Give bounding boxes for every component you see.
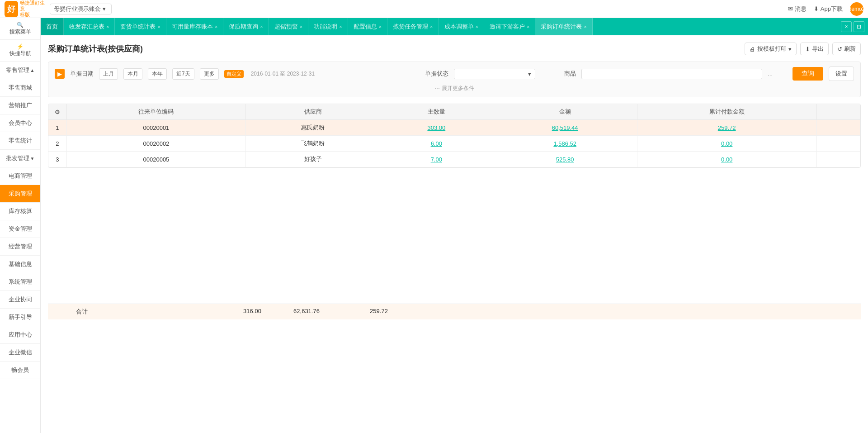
table-row: 2 00020002 飞鹤奶粉 6.00 1,586.52 0.00 [48,136,860,152]
sidebar-item-app-center[interactable]: 应用中心 [0,326,40,344]
date-last-month[interactable]: 上月 [99,68,118,80]
query-button[interactable]: 查询 [793,67,823,81]
sidebar-item-ecommerce[interactable]: 电商管理 [0,167,40,185]
filter-toggle[interactable]: ▶ [55,69,65,79]
date-label: 单据日期 [70,70,94,78]
goods-label: 商品 [564,70,576,78]
col-qty[interactable]: 主数量 [380,104,493,120]
sidebar-item-retail-stats[interactable]: 零售统计 [0,132,40,150]
sidebar-item-member[interactable]: 畅会员 [0,362,40,379]
sidebar: 🔍 搜索菜单 ⚡ 快捷导航 零售管理 ▲ 零售商城 营销推广 会员中心 零售统计 [0,18,41,433]
settings-button[interactable]: 设置 [829,67,854,81]
sidebar-item-finance[interactable]: 资金管理 [0,220,40,238]
tab-usable-inventory[interactable]: 可用量库存账本 × [166,18,223,35]
logo-text: 畅捷通好生意 标版 [20,0,45,18]
row-index: 3 [48,152,66,167]
status-label: 单据状态 [425,70,448,78]
row-qty[interactable]: 7.00 [380,152,493,167]
close-tab-feature[interactable]: × [339,24,342,29]
row-amount[interactable]: 60,519.44 [493,120,637,136]
row-supplier: 飞鹤奶粉 [246,136,380,152]
sidebar-item-retail-mall[interactable]: 零售商城 [0,79,40,97]
quick-nav-item[interactable]: ⚡ 快捷导航 [0,40,40,62]
sidebar-item-wholesale[interactable]: 批发管理 ▼ [0,150,40,167]
goods-more-icon: ... [768,71,773,77]
close-tab-config[interactable]: × [379,24,382,29]
search-menu-item[interactable]: 🔍 搜索菜单 [0,18,40,40]
sidebar-item-weixin[interactable]: 企业微信 [0,344,40,362]
row-index: 2 [48,136,66,152]
row-code: 00020005 [66,152,246,167]
tab-expiry[interactable]: 保质期查询 × [223,18,269,35]
date-this-year[interactable]: 本年 [148,68,167,80]
print-icon: 🖨 [750,46,755,52]
sidebar-item-marketing[interactable]: 营销推广 [0,97,40,114]
chevron-down-icon: ▾ [103,5,106,12]
app-download-button[interactable]: ⬇ App下载 [814,5,843,13]
sidebar-item-operations[interactable]: 经营管理 [0,238,40,256]
col-amount[interactable]: 金额 [493,104,637,120]
row-code: 00020002 [66,136,246,152]
close-tab-picking[interactable]: × [430,24,433,29]
date-last-7-days[interactable]: 近7天 [172,68,194,80]
col-settings[interactable]: ⚙ [48,104,66,120]
row-supplier: 惠氏奶粉 [246,120,380,136]
date-more[interactable]: 更多 [200,68,219,80]
sidebar-item-inventory[interactable]: 库存核算 [0,203,40,220]
row-supplier: 好孩子 [246,152,380,167]
tab-maximize[interactable]: ⊡ [854,21,864,32]
col-paid[interactable]: 累计付款金额 [637,104,816,120]
sidebar-item-purchase[interactable]: 采购管理 [0,185,40,203]
row-qty[interactable]: 303.00 [380,120,493,136]
sidebar-item-retail-management[interactable]: 零售管理 ▲ [0,62,40,79]
tab-picking[interactable]: 拣货任务管理 × [387,18,439,35]
sidebar-item-guide[interactable]: 新手引导 [0,309,40,326]
data-table: ⚙ 往来单位编码 供应商 主数量 金额 累计付款金额 [48,104,861,168]
close-tab-expiry[interactable]: × [260,24,263,29]
sidebar-item-basics[interactable]: 基础信息 [0,256,40,273]
tab-invite-downstream[interactable]: 邀请下游客户 × [484,18,535,35]
tab-cost-adjust[interactable]: 成本调整单 × [439,18,484,35]
workspace-selector[interactable]: 母婴行业演示账套 ▾ [50,4,112,14]
goods-input[interactable] [581,69,762,79]
status-select[interactable]: ▾ [454,69,535,79]
sidebar-item-system[interactable]: 系统管理 [0,273,40,291]
col-code[interactable]: 往来单位编码 [66,104,246,120]
expand-more-filters[interactable]: ⋯ 展开更多条件 [434,85,474,92]
close-tab-overstock[interactable]: × [300,24,302,29]
tab-config[interactable]: 配置信息 × [348,18,387,35]
tab-home[interactable]: 首页 [41,18,64,35]
row-amount[interactable]: 525.80 [493,152,637,167]
date-this-month[interactable]: 本月 [123,68,142,80]
messages-button[interactable]: ✉ 消息 [788,5,807,13]
export-button[interactable]: ⬇ 导出 [800,43,829,55]
close-tab-cost[interactable]: × [476,24,478,29]
row-amount[interactable]: 1,586.52 [493,136,637,152]
close-tab-inventory[interactable]: × [215,24,217,29]
row-paid[interactable]: 0.00 [637,152,816,167]
col-supplier[interactable]: 供应商 [246,104,380,120]
tab-purchase-stats[interactable]: 采购订单统计表 × [535,18,592,35]
row-paid[interactable]: 0.00 [637,136,816,152]
close-tab-invite[interactable]: × [527,24,529,29]
avatar[interactable]: demo2 [850,2,863,16]
table-footer: 合计 316.00 62,631.76 259.72 [48,304,861,319]
tab-receive-send[interactable]: 收发存汇总表 × [64,18,115,35]
close-tab-receive[interactable]: × [106,24,109,29]
row-paid[interactable]: 259.72 [637,120,816,136]
tab-overstock[interactable]: 超储预警 × [269,18,308,35]
tab-order-stats[interactable]: 要货单统计表 × [115,18,166,35]
sidebar-item-member-center[interactable]: 会员中心 [0,114,40,132]
row-qty[interactable]: 6.00 [380,136,493,152]
tab-close-all[interactable]: × [841,21,852,32]
arrow-down-icon: ▼ [30,156,35,161]
close-tab-order[interactable]: × [157,24,160,29]
status-chevron-icon: ▾ [528,71,531,77]
close-tab-purchase-stats[interactable]: × [584,24,586,29]
message-icon: ✉ [788,5,793,12]
sidebar-item-enterprise[interactable]: 企业协同 [0,291,40,309]
refresh-button[interactable]: ↺ 刷新 [832,43,861,55]
print-button[interactable]: 🖨 按模板打印 ▾ [745,43,797,55]
tab-feature-desc[interactable]: 功能说明 × [308,18,348,35]
logo-icon: 好 [5,1,18,17]
